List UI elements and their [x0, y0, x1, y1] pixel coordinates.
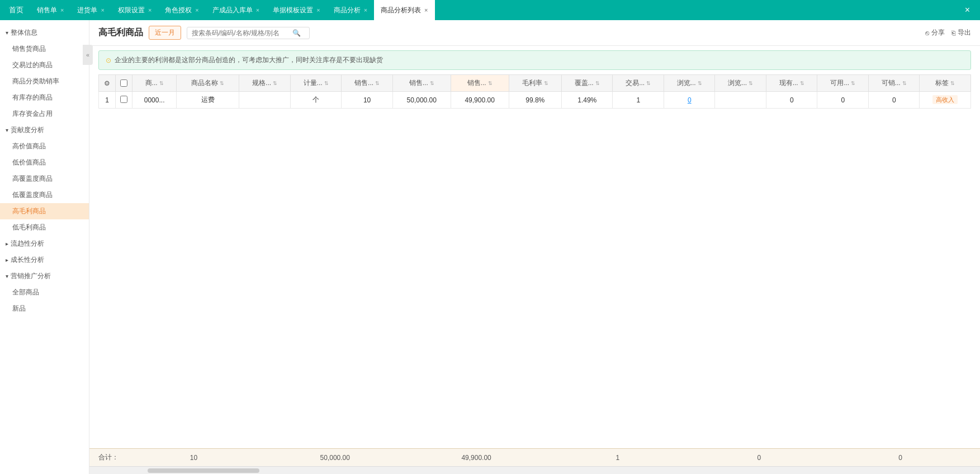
sort-icon-trade-count: ⇅ [646, 81, 651, 86]
col-saleable[interactable]: 可销...⇅ [868, 75, 920, 92]
sort-icon-view1: ⇅ [698, 81, 702, 86]
horizontal-scrollbar[interactable] [89, 466, 980, 474]
col-tag[interactable]: 标签⇅ [920, 75, 971, 92]
col-trade-count[interactable]: 交易...⇅ [613, 75, 664, 92]
close-product-inbound-tab[interactable]: × [256, 7, 259, 13]
sort-icon-tag: ⇅ [950, 81, 955, 86]
col-settings[interactable]: ⚙ [99, 75, 116, 92]
sidebar-group-overall[interactable]: ▾ 整体信息 [0, 25, 89, 41]
cell-view1[interactable]: 0 [664, 92, 715, 109]
sort-icon-sale-profit: ⇅ [488, 81, 493, 86]
arrow-right-icon-2: ▸ [6, 257, 8, 263]
nav-product-analysis[interactable]: 商品分析 × [327, 0, 374, 20]
col-code[interactable]: 商...⇅ [132, 75, 177, 92]
select-all-checkbox[interactable] [120, 79, 127, 87]
close-permission-tab[interactable]: × [148, 7, 152, 13]
col-unit[interactable]: 计量...⇅ [290, 75, 342, 92]
arrow-down-icon: ▾ [6, 30, 8, 36]
sidebar-item-new-goods[interactable]: 新品 [0, 301, 89, 317]
nav-sales[interactable]: 销售单 × [30, 0, 70, 20]
sidebar-item-low-coverage[interactable]: 低覆盖度商品 [0, 187, 89, 203]
cell-code: 0000... [132, 92, 177, 109]
cell-name: 运费 [177, 92, 239, 109]
col-sale-profit[interactable]: 销售...⇅ [451, 75, 509, 92]
cell-current: 0 [766, 92, 817, 109]
nav-permission[interactable]: 权限设置 × [111, 0, 158, 20]
sidebar-item-all-goods[interactable]: 全部商品 [0, 284, 89, 301]
col-current[interactable]: 现有...⇅ [766, 75, 817, 92]
sidebar-item-category-rate[interactable]: 商品分类助销率 [0, 73, 89, 90]
nav-product-inbound[interactable]: 产成品入库单 × [206, 0, 266, 20]
sidebar-group-growth[interactable]: ▸ 成长性分析 [0, 252, 89, 268]
table-header-row: ⚙ 商...⇅ 商品名称⇅ 规格...⇅ [99, 75, 971, 92]
footer-values: 10 50,000.00 49,900.00 1 0 0 [123, 454, 971, 462]
window-close-button[interactable]: × [957, 5, 978, 15]
sort-icon-view2: ⇅ [749, 81, 753, 86]
export-button[interactable]: ⎗ 导出 [951, 28, 971, 37]
search-input[interactable] [192, 29, 292, 37]
cell-unit: 个 [290, 92, 342, 109]
sort-icon-sale-qty: ⇅ [375, 81, 380, 86]
close-template-tab[interactable]: × [316, 7, 320, 13]
nav-role[interactable]: 角色授权 × [158, 0, 205, 20]
scroll-thumb[interactable] [148, 468, 259, 473]
sidebar-item-in-stock-goods[interactable]: 有库存的商品 [0, 90, 89, 106]
col-checkbox[interactable] [116, 75, 132, 92]
sidebar-item-high-coverage[interactable]: 高覆盖度商品 [0, 171, 89, 187]
nav-purchase[interactable]: 进货单 × [70, 0, 111, 20]
table-container: ⚙ 商...⇅ 商品名称⇅ 规格...⇅ [89, 74, 980, 448]
close-purchase-tab[interactable]: × [101, 7, 104, 13]
cell-tag: 高收入 [920, 92, 971, 109]
sidebar-item-high-value[interactable]: 高价值商品 [0, 138, 89, 154]
sort-icon-available: ⇅ [851, 81, 855, 86]
cell-gross-rate: 99.8% [509, 92, 561, 109]
info-banner: ⊙ 企业的主要的利润都是这部分商品创造的，可考虑加大推广，同时关注库存是不要出现… [98, 50, 971, 70]
col-spec[interactable]: 规格...⇅ [239, 75, 291, 92]
tag-high-badge: 高收入 [932, 95, 958, 104]
row-checkbox[interactable] [120, 96, 127, 103]
col-sale-amount[interactable]: 销售...⇅ [392, 75, 451, 92]
header-actions: ⎋ 分享 ⎗ 导出 [925, 28, 971, 37]
cell-checkbox[interactable] [116, 92, 132, 109]
col-name[interactable]: 商品名称⇅ [177, 75, 239, 92]
sidebar-item-high-margin[interactable]: 高毛利商品 [0, 203, 89, 219]
sidebar-group-marketing[interactable]: ▾ 营销推广分析 [0, 268, 89, 284]
nav-product-analysis-list[interactable]: 商品分析列表 × [374, 0, 434, 20]
col-sale-qty[interactable]: 销售...⇅ [342, 75, 393, 92]
sidebar-item-traded-goods[interactable]: 交易过的商品 [0, 57, 89, 73]
sidebar-item-low-value[interactable]: 低价值商品 [0, 154, 89, 171]
share-button[interactable]: ⎋ 分享 [925, 28, 945, 37]
col-gross-rate[interactable]: 毛利率⇅ [509, 75, 561, 92]
nav-home[interactable]: 首页 [2, 0, 30, 20]
sidebar-collapse-button[interactable]: « [83, 45, 93, 65]
cell-view2 [715, 92, 766, 109]
cell-coverage: 1.49% [561, 92, 613, 109]
close-product-analysis-tab[interactable]: × [364, 7, 367, 13]
filter-recent-month-button[interactable]: 近一月 [149, 26, 181, 40]
nav-template[interactable]: 单据模板设置 × [266, 0, 326, 20]
sidebar-item-low-margin[interactable]: 低毛利商品 [0, 219, 89, 236]
col-coverage[interactable]: 覆盖...⇅ [561, 75, 613, 92]
content-area: 高毛利商品 近一月 🔍 ⎋ 分享 ⎗ 导出 ⊙ 企业的主要的利润都是这部分商品创… [89, 20, 980, 474]
sidebar-item-stock-capital[interactable]: 库存资金占用 [0, 106, 89, 122]
search-icon[interactable]: 🔍 [292, 29, 301, 37]
cell-available: 0 [817, 92, 869, 109]
sidebar-group-contribution[interactable]: ▾ 贡献度分析 [0, 122, 89, 138]
col-available[interactable]: 可用...⇅ [817, 75, 869, 92]
footer-sale-qty: 10 [123, 454, 264, 462]
arrow-right-icon: ▸ [6, 241, 8, 247]
page-title: 高毛利商品 [98, 27, 143, 39]
col-view1[interactable]: 浏览...⇅ [664, 75, 715, 92]
sidebar-item-sales-goods[interactable]: 销售货商品 [0, 41, 89, 57]
share-icon: ⎋ [925, 29, 929, 37]
top-navigation: 首页 销售单 × 进货单 × 权限设置 × 角色授权 × 产成品入库单 × 单据… [0, 0, 980, 20]
footer-sale-amount: 50,000.00 [264, 454, 406, 462]
close-sales-tab[interactable]: × [60, 7, 64, 13]
arrow-down-icon-2: ▾ [6, 127, 8, 133]
sidebar-group-trend[interactable]: ▸ 流趋性分析 [0, 236, 89, 252]
table-row: 1 0000... 运费 个 10 50,000.00 49,900.00 99… [99, 92, 971, 109]
table-footer: 合计： 10 50,000.00 49,900.00 1 0 0 [89, 448, 980, 466]
col-view2[interactable]: 浏览...⇅ [715, 75, 766, 92]
close-role-tab[interactable]: × [195, 7, 198, 13]
close-product-analysis-list-tab[interactable]: × [424, 7, 428, 13]
